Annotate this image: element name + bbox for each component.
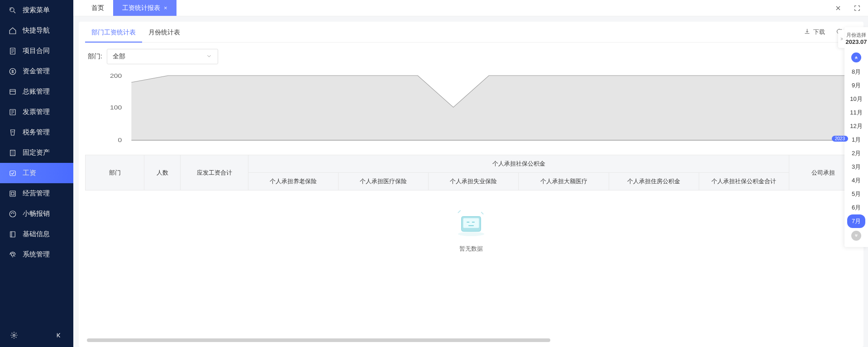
svg-rect-3 (10, 89, 15, 94)
sidebar-item-tax-mgmt[interactable]: 税务管理 (0, 122, 73, 143)
col-pension: 个人承担养老保险 (248, 173, 339, 190)
sidebar-item-label: 系统管理 (23, 250, 50, 259)
col-large-medical: 个人承担大额医疗 (519, 173, 609, 190)
sidebar-item-system-mgmt[interactable]: 系统管理 (0, 244, 73, 265)
subtab-dept-salary-stats[interactable]: 部门工资统计表 (85, 22, 142, 43)
svg-rect-15 (467, 222, 469, 223)
collapse-sidebar-icon[interactable] (55, 331, 63, 341)
horizontal-scrollbar[interactable] (85, 338, 857, 342)
svg-point-0 (10, 8, 14, 12)
dept-select[interactable]: 全部 (107, 49, 218, 64)
month-item[interactable]: 7月 (847, 214, 865, 228)
sidebar-item-fund-mgmt[interactable]: 资金管理 (0, 61, 73, 81)
sidebar-item-label: 发票管理 (23, 108, 50, 116)
tab-home[interactable]: 首页 (82, 0, 113, 16)
sidebar: 搜索菜单 快捷导航 项目合同 资金管理 总账管理 发票管理 税务管理 固定资产 (0, 0, 73, 347)
ytick-100: 100 (110, 105, 122, 111)
main: 首页 工资统计报表 × 部门工资统计表 月份统计表 下载 (73, 0, 868, 347)
sidebar-item-general-ledger[interactable]: 总账管理 (0, 81, 73, 102)
salary-area-chart: 200 100 0 (85, 69, 857, 155)
sidebar-item-label: 搜索菜单 (23, 6, 50, 14)
month-item[interactable]: 1月2023 (844, 133, 868, 147)
month-item[interactable]: 5月 (844, 187, 868, 201)
col-housing: 个人承担住房公积金 (609, 173, 699, 190)
month-item[interactable]: 11月 (844, 106, 868, 119)
chevron-down-icon (206, 53, 212, 61)
month-selector-panel: 月份选择 2023.07 8月9月10月11月12月1月20232月3月4月5月… (844, 27, 868, 247)
subtab-monthly-stats[interactable]: 月份统计表 (142, 22, 186, 43)
tabs-bar: 首页 工资统计报表 × (73, 0, 868, 16)
invoice-icon (7, 108, 18, 116)
tab-salary-stats-report[interactable]: 工资统计报表 × (113, 0, 176, 16)
sidebar-item-salary[interactable]: 工资 (0, 163, 73, 183)
svg-rect-7 (10, 191, 15, 196)
settings-icon[interactable] (10, 331, 18, 341)
tax-icon (7, 128, 18, 137)
month-next-page-button[interactable] (851, 231, 861, 241)
empty-state: 暂无数据 (85, 190, 857, 257)
subtabs: 部门工资统计表 月份统计表 (85, 22, 186, 43)
sidebar-item-invoice-mgmt[interactable]: 发票管理 (0, 102, 73, 122)
month-prev-page-button[interactable] (851, 52, 861, 62)
close-icon[interactable]: × (164, 5, 167, 11)
sidebar-item-basic-info[interactable]: 基础信息 (0, 224, 73, 244)
sidebar-item-label: 基础信息 (23, 230, 50, 238)
sidebar-item-business-mgmt[interactable]: 经营管理 (0, 183, 73, 204)
content-wrap: 部门工资统计表 月份统计表 下载 刷新 部门: 全部 (73, 16, 868, 347)
col-personal-total: 个人承担社保公积金合计 (699, 173, 789, 190)
tab-label: 首页 (91, 4, 104, 12)
sidebar-item-label: 快捷导航 (23, 26, 50, 35)
download-button[interactable]: 下载 (804, 28, 825, 36)
money-icon (7, 67, 18, 76)
col-count: 人数 (144, 155, 181, 190)
ytick-200: 200 (110, 73, 122, 79)
sidebar-item-label: 总账管理 (23, 87, 50, 96)
home-star-icon (7, 27, 18, 35)
month-item[interactable]: 8月 (844, 65, 868, 79)
sidebar-list: 搜索菜单 快捷导航 项目合同 资金管理 总账管理 发票管理 税务管理 固定资产 (0, 0, 73, 327)
sidebar-item-label: 资金管理 (23, 67, 50, 76)
col-dept: 部门 (86, 155, 144, 190)
sidebar-footer (0, 327, 73, 347)
col-gross: 应发工资合计 (181, 155, 248, 190)
month-item[interactable]: 3月 (844, 160, 868, 174)
biz-icon (7, 190, 18, 198)
sidebar-item-label: 项目合同 (23, 47, 50, 55)
col-medical: 个人承担医疗保险 (339, 173, 429, 190)
fullscreen-button[interactable] (850, 2, 864, 14)
month-item[interactable]: 2月 (844, 147, 868, 160)
ledger-icon (7, 88, 18, 96)
collapse-month-panel-button[interactable] (838, 30, 844, 48)
empty-text: 暂无数据 (85, 245, 857, 253)
svg-rect-5 (10, 150, 15, 156)
empty-illustration-icon (453, 209, 489, 237)
sidebar-item-fixed-assets[interactable]: 固定资产 (0, 143, 73, 163)
salary-icon (7, 169, 18, 177)
month-item[interactable]: 10月 (844, 92, 868, 106)
sidebar-item-label: 小畅报销 (23, 209, 50, 218)
close-all-tabs-button[interactable] (831, 2, 845, 14)
svg-rect-17 (468, 225, 474, 226)
reimburse-icon (7, 210, 18, 218)
sidebar-item-quick-nav[interactable]: 快捷导航 (0, 20, 73, 41)
month-item[interactable]: 12月 (844, 119, 868, 133)
month-item[interactable]: 4月 (844, 174, 868, 187)
download-icon (804, 28, 811, 36)
svg-point-12 (458, 232, 484, 236)
table-zone: 部门 人数 应发工资合计 个人承担社保公积金 公司承担 个人承担养老保险 个人承… (85, 155, 857, 338)
svg-rect-6 (10, 171, 15, 176)
scrollbar-thumb[interactable] (87, 338, 550, 342)
month-panel-title: 月份选择 (844, 30, 868, 38)
salary-table: 部门 人数 应发工资合计 个人承担社保公积金 公司承担 个人承担养老保险 个人承… (85, 155, 857, 190)
sidebar-item-reimburse[interactable]: 小畅报销 (0, 204, 73, 224)
svg-rect-14 (463, 218, 479, 228)
svg-rect-9 (10, 232, 15, 237)
month-item[interactable]: 6月 (844, 201, 868, 214)
sidebar-item-label: 工资 (23, 169, 36, 177)
ytick-0: 0 (118, 137, 122, 143)
sidebar-item-project-contract[interactable]: 项目合同 (0, 41, 73, 61)
month-item[interactable]: 9月 (844, 79, 868, 92)
col-unemploy: 个人承担失业保险 (429, 173, 519, 190)
sidebar-item-search-menu[interactable]: 搜索菜单 (0, 0, 73, 20)
svg-point-11 (13, 334, 15, 337)
